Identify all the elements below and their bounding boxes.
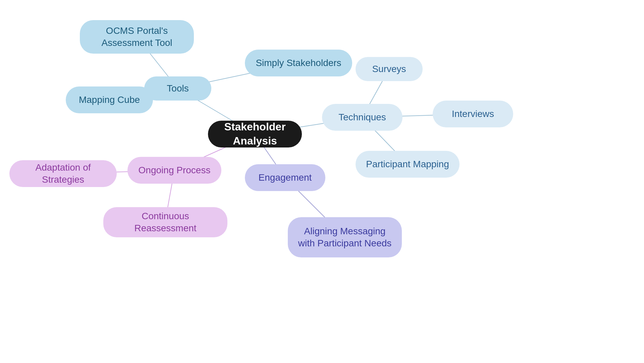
- continuous-node: Continuous Reassessment: [103, 207, 227, 237]
- aligning-node: Aligning Messaging with Participant Need…: [288, 217, 402, 257]
- interviews-node: Interviews: [433, 101, 513, 127]
- ocms-node: OCMS Portal's Assessment Tool: [80, 20, 194, 54]
- tools-node: Tools: [144, 76, 211, 101]
- surveys-node: Surveys: [356, 57, 423, 81]
- engagement-node: Engagement: [245, 164, 325, 191]
- mapping-node: Mapping Cube: [66, 86, 153, 113]
- simply-node: Simply Stakeholders: [245, 50, 352, 76]
- adaptation-node: Adaptation of Strategies: [9, 160, 117, 187]
- techniques-node: Techniques: [322, 104, 402, 131]
- participant-mapping-node: Participant Mapping: [356, 151, 460, 178]
- ongoing-node: Ongoing Process: [127, 157, 221, 184]
- center-node: Stakeholder Analysis: [208, 121, 302, 147]
